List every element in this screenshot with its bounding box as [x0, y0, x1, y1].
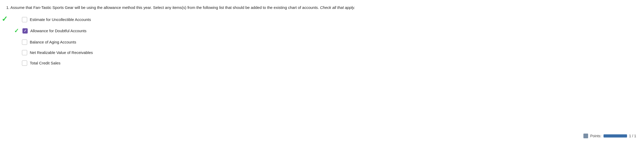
option-item-2: ✓ Allowance for Doubtful Accounts: [14, 25, 638, 37]
option-item-1: Estimate for Uncollectible Accounts: [14, 14, 638, 25]
option-label-4: Net Realizable Value of Receivables: [30, 50, 93, 55]
option-label-1: Estimate for Uncollectible Accounts: [30, 17, 91, 22]
checkbox-2[interactable]: [22, 28, 28, 34]
option-label-3: Balance of Aging Accounts: [30, 40, 76, 44]
checkbox-3[interactable]: [22, 40, 27, 45]
points-icon: [583, 134, 588, 138]
points-value: 1 / 1: [629, 134, 636, 138]
checkbox-4[interactable]: [22, 50, 27, 55]
option-label-5: Total Credit Sales: [30, 61, 61, 65]
main-correct-checkmark: ✓: [2, 15, 8, 23]
option-item-4: Net Realizable Value of Receivables: [14, 47, 638, 58]
points-progress-bar: [604, 134, 627, 138]
option-item-3: Balance of Aging Accounts: [14, 37, 638, 47]
points-bar: Points: 1 / 1: [583, 134, 636, 138]
points-label: Points:: [590, 134, 601, 138]
option-label-2: Allowance for Doubtful Accounts: [30, 29, 86, 33]
question-instruction: Check all that apply.: [320, 5, 355, 10]
option-item-5: Total Credit Sales: [14, 58, 638, 68]
question-number: 1.: [6, 5, 10, 10]
options-list: Estimate for Uncollectible Accounts ✓ Al…: [6, 14, 638, 68]
checkbox-1[interactable]: [22, 17, 27, 22]
correct-indicator-2: ✓: [14, 28, 19, 34]
question-body: Assume that Fan-Tastic Sports Gear will …: [10, 5, 319, 10]
question-text: 1. Assume that Fan-Tastic Sports Gear wi…: [0, 0, 644, 13]
question-area: ✓ Estimate for Uncollectible Accounts ✓ …: [0, 14, 644, 68]
checkbox-5[interactable]: [22, 60, 27, 66]
